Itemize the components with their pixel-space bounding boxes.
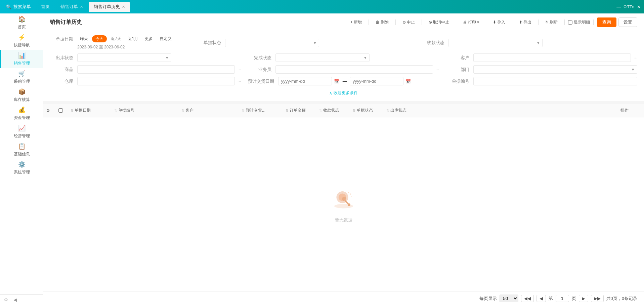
th-settings[interactable]: ⚙ (46, 108, 58, 113)
date-tab-more[interactable]: 更多 (142, 35, 156, 42)
warehouse-input[interactable] (77, 77, 235, 85)
product-label: 商品 (50, 67, 73, 73)
th-date[interactable]: ⇅ 单据日期 (71, 108, 114, 113)
cancel-stop-button[interactable]: ⊗ 取消中止 (425, 18, 453, 27)
select-all-checkbox[interactable] (58, 108, 63, 113)
date-tab-custom[interactable]: 自定义 (157, 35, 174, 42)
sidebar-item-quick-nav[interactable]: ⚡ 快捷导航 (0, 32, 43, 50)
product-dots[interactable]: ··· (238, 67, 241, 72)
tab-sales-history[interactable]: 销售订单历史 ✕ (89, 2, 130, 12)
window-minimize-icon[interactable]: — (616, 4, 621, 9)
refresh-button[interactable]: ↻ 刷新 (542, 18, 561, 27)
complete-status-label: 完成状态 (248, 55, 271, 61)
department-label: 部门 (446, 67, 469, 73)
delivery-status-arrow: ▾ (166, 55, 168, 60)
search-menu-label: 搜索菜单 (13, 4, 31, 10)
import-button[interactable]: ⬇ 导入 (489, 18, 509, 27)
date-tab-last7[interactable]: 近7天 (108, 35, 124, 42)
window-expand-icon[interactable]: OfTEn (624, 5, 634, 9)
tab-sales-order-close[interactable]: ✕ (80, 5, 83, 9)
sidebar-item-inventory[interactable]: 📦 库存核算 (0, 86, 43, 104)
calendar-start-icon[interactable]: 📅 (334, 79, 339, 84)
toolbar-divider-1 (369, 20, 369, 25)
th-num[interactable]: ⇅ 单据编号 (114, 108, 181, 113)
search-menu[interactable]: 🔍 搜索菜单 (3, 0, 36, 13)
sidebar-item-home[interactable]: 🏠 首页 (0, 13, 43, 32)
tab-sales-history-close[interactable]: ✕ (122, 5, 125, 9)
window-close-icon[interactable]: ✕ (637, 4, 641, 9)
delivery-date-start[interactable] (278, 77, 332, 85)
warehouse-dots[interactable]: ··· (238, 79, 241, 84)
last-page-button[interactable]: ▶▶ (591, 295, 604, 302)
table-settings-icon[interactable]: ⚙ (46, 108, 50, 113)
toolbar: + 新增 🗑 删除 ⊘ 中止 ⊗ 取消中止 (347, 17, 637, 31)
order-num-input[interactable] (473, 77, 637, 85)
date-tab-yesterday[interactable]: 昨天 (77, 35, 91, 42)
new-button[interactable]: + 新增 (347, 18, 365, 27)
sidebar-item-sales[interactable]: 📊 销售管理 (0, 50, 43, 68)
refresh-label: 刷新 (550, 20, 558, 25)
order-status-select[interactable]: ▾ (225, 39, 319, 47)
sidebar-item-base-info-label: 基础信息 (14, 151, 30, 157)
th-order-status[interactable]: ⇅ 单据状态 (353, 108, 386, 113)
export-label: 导出 (523, 20, 531, 25)
svg-line-4 (345, 201, 348, 204)
th-payment[interactable]: ⇅ 收款状态 (319, 108, 353, 113)
export-button[interactable]: ⬆ 导出 (516, 18, 535, 27)
th-customer[interactable]: ⇅ 客户 (181, 108, 242, 113)
date-tab-last1m[interactable]: 近1月 (125, 35, 141, 42)
customer-dots[interactable]: ··· (634, 55, 637, 60)
th-delivery[interactable]: ⇅ 预计交货... (242, 108, 286, 113)
payment-status-arrow: ▾ (537, 40, 540, 45)
sidebar-settings-icon[interactable]: ⚙ (4, 297, 8, 302)
sidebar-collapse-icon[interactable]: ◀ (13, 297, 17, 302)
settings-button[interactable]: 设置 (618, 17, 637, 27)
prev-page-button[interactable]: ◀ (536, 295, 546, 302)
date-tab-today[interactable]: 今天 (92, 35, 107, 42)
tab-home[interactable]: 首页 (36, 2, 54, 12)
payment-status-select[interactable]: ▾ (448, 39, 543, 47)
th-amount[interactable]: ⇅ 订单金额 (286, 108, 319, 113)
filter-cell-delivery-status: 出库状态 ▾ (50, 53, 241, 62)
delivery-date-end[interactable] (350, 77, 403, 85)
th-num-label: 单据编号 (118, 108, 134, 113)
svg-point-3 (342, 197, 346, 201)
stop-button[interactable]: ⊘ 中止 (399, 18, 418, 27)
date-label: 单据日期 (50, 36, 73, 42)
th-out-status[interactable]: ⇅ 出库状态 (386, 108, 620, 113)
total-records: 共0页，0条记录 (606, 296, 637, 302)
department-select[interactable]: ▾ (473, 65, 637, 74)
tab-sales-order[interactable]: 销售订单 ✕ (56, 2, 88, 12)
sidebar-item-base-info[interactable]: 📋 基础信息 (0, 141, 43, 159)
salesperson-input[interactable] (275, 65, 433, 74)
sidebar-item-purchase[interactable]: 🛒 采购管理 (0, 68, 43, 86)
sidebar-item-system[interactable]: ⚙️ 系统管理 (0, 159, 43, 177)
print-button[interactable]: 🖨 打印 ▾ (460, 18, 482, 27)
filter-cell-delivery-date: 预计交货日期 📅 — 📅 (248, 77, 439, 85)
show-detail-toggle[interactable]: 显示明细 (568, 20, 590, 25)
product-input[interactable] (77, 65, 235, 74)
calendar-end-icon[interactable]: 📅 (405, 79, 411, 84)
toolbar-divider-4 (456, 20, 456, 25)
first-page-button[interactable]: ◀◀ (521, 295, 534, 302)
next-page-button[interactable]: ▶ (579, 295, 588, 302)
show-detail-checkbox[interactable] (568, 20, 572, 25)
th-date-label: 单据日期 (75, 108, 91, 113)
warehouse-label: 仓库 (50, 78, 73, 84)
complete-status-select[interactable]: ▾ (275, 53, 370, 62)
page-size-select[interactable]: 50 10 20 100 (500, 295, 518, 302)
delete-button[interactable]: 🗑 删除 (372, 18, 392, 27)
query-button[interactable]: 查询 (597, 17, 616, 27)
page-header: 销售订单历史 + 新增 🗑 删除 ⊘ 中止 ⊗ (43, 13, 644, 31)
th-checkbox[interactable] (58, 108, 71, 113)
import-icon: ⬇ (493, 20, 496, 25)
top-bar-right: — OfTEn ✕ (616, 4, 641, 9)
customer-input[interactable] (473, 53, 631, 62)
delivery-status-select[interactable]: ▾ (77, 53, 171, 62)
sidebar-item-finance[interactable]: 💰 资金管理 (0, 104, 43, 122)
salesperson-dots[interactable]: ··· (436, 67, 439, 72)
sidebar-item-operations[interactable]: 📈 经营管理 (0, 122, 43, 141)
current-page-input[interactable] (556, 295, 569, 302)
sidebar-item-inventory-label: 库存核算 (14, 97, 30, 103)
collapse-bar[interactable]: ∧ 收起更多条件 (50, 89, 637, 97)
